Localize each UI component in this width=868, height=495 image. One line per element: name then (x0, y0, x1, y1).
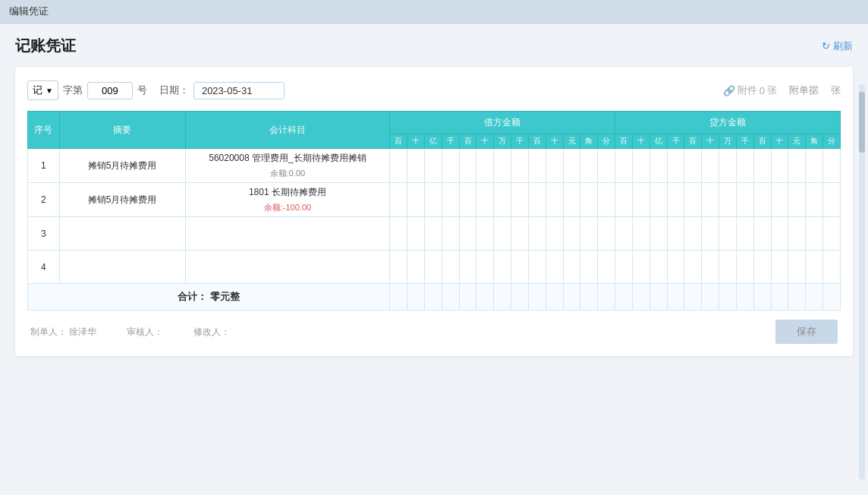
r3d8[interactable] (511, 217, 529, 251)
r4d12[interactable] (580, 251, 598, 284)
r1d2[interactable] (407, 149, 425, 183)
voucher-number-input[interactable] (87, 82, 133, 99)
r4c3[interactable] (649, 251, 667, 284)
r4d5[interactable] (459, 251, 476, 284)
r2c5[interactable] (684, 183, 702, 217)
r2d1[interactable] (390, 183, 407, 217)
row2-account[interactable]: 1801 长期待摊费用 余额:-100.00 (185, 183, 390, 217)
r2c13[interactable] (823, 183, 841, 217)
row1-account[interactable]: 56020008 管理费用_长期待摊费用摊销 余额:0.00 (185, 149, 390, 183)
r4d7[interactable] (494, 251, 511, 284)
r3d4[interactable] (442, 217, 459, 251)
r2d8[interactable] (511, 183, 529, 217)
r1c1[interactable] (615, 149, 633, 183)
r4c12[interactable] (806, 251, 823, 284)
r4c8[interactable] (736, 251, 753, 284)
r2d7[interactable] (494, 183, 511, 217)
r1c7[interactable] (719, 149, 737, 183)
voucher-type-select[interactable]: 记 ▼ (27, 80, 58, 100)
row3-summary[interactable] (59, 217, 185, 251)
r2c3[interactable] (649, 183, 667, 217)
r3c7[interactable] (719, 217, 737, 251)
r1d9[interactable] (528, 149, 546, 183)
r4c10[interactable] (771, 251, 788, 284)
r3d6[interactable] (476, 217, 494, 251)
date-input[interactable] (193, 82, 285, 99)
r4d13[interactable] (598, 251, 615, 284)
r3c11[interactable] (788, 217, 806, 251)
r2d2[interactable] (407, 183, 425, 217)
r2c4[interactable] (667, 183, 684, 217)
r4d6[interactable] (476, 251, 494, 284)
r1d3[interactable] (425, 149, 442, 183)
r1d13[interactable] (598, 149, 615, 183)
r3d1[interactable] (390, 217, 407, 251)
r4c1[interactable] (615, 251, 633, 284)
row2-summary[interactable]: 摊销5月待摊费用 (59, 183, 185, 217)
r4c2[interactable] (632, 251, 649, 284)
r1c2[interactable] (632, 149, 649, 183)
r3d10[interactable] (546, 217, 563, 251)
r1c13[interactable] (823, 149, 841, 183)
row4-account[interactable] (185, 251, 390, 284)
r4c6[interactable] (702, 251, 719, 284)
r2d3[interactable] (425, 183, 442, 217)
r3d12[interactable] (580, 217, 598, 251)
r3c6[interactable] (702, 217, 719, 251)
r4c4[interactable] (667, 251, 684, 284)
r2c11[interactable] (788, 183, 806, 217)
r1d6[interactable] (476, 149, 494, 183)
r4d11[interactable] (563, 251, 580, 284)
r3d7[interactable] (494, 217, 511, 251)
row3-account[interactable] (185, 217, 390, 251)
r2c7[interactable] (719, 183, 737, 217)
r2c2[interactable] (632, 183, 649, 217)
r2d4[interactable] (442, 183, 459, 217)
r3c3[interactable] (649, 217, 667, 251)
r3d2[interactable] (407, 217, 425, 251)
r3d13[interactable] (598, 217, 615, 251)
r2d9[interactable] (528, 183, 546, 217)
r2d5[interactable] (459, 183, 476, 217)
r3c1[interactable] (615, 217, 633, 251)
r3c8[interactable] (736, 217, 753, 251)
r2c10[interactable] (771, 183, 788, 217)
r2c1[interactable] (615, 183, 633, 217)
r1c3[interactable] (649, 149, 667, 183)
r4c5[interactable] (684, 251, 702, 284)
save-button[interactable]: 保存 (775, 320, 838, 344)
r1d1[interactable] (390, 149, 407, 183)
r1c9[interactable] (753, 149, 771, 183)
r2c6[interactable] (702, 183, 719, 217)
r1c10[interactable] (771, 149, 788, 183)
r1c8[interactable] (736, 149, 753, 183)
scrollbar-thumb[interactable] (859, 92, 865, 153)
r4c9[interactable] (753, 251, 771, 284)
r4d2[interactable] (407, 251, 425, 284)
r3c4[interactable] (667, 217, 684, 251)
r3c10[interactable] (771, 217, 788, 251)
r4c7[interactable] (719, 251, 737, 284)
r1d11[interactable] (563, 149, 580, 183)
r1c12[interactable] (806, 149, 823, 183)
fudanju-link[interactable]: 附单据 (789, 84, 819, 97)
r2c8[interactable] (736, 183, 753, 217)
r3d9[interactable] (528, 217, 546, 251)
r4c13[interactable] (823, 251, 841, 284)
r3c2[interactable] (632, 217, 649, 251)
r1c11[interactable] (788, 149, 806, 183)
r2c12[interactable] (806, 183, 823, 217)
r1c4[interactable] (667, 149, 684, 183)
r4d8[interactable] (511, 251, 529, 284)
r2d11[interactable] (563, 183, 580, 217)
r1d7[interactable] (494, 149, 511, 183)
row1-summary[interactable]: 摊销5月待摊费用 (59, 149, 185, 183)
attachment-link[interactable]: 🔗 附件 0 张 (723, 84, 777, 97)
r2d13[interactable] (598, 183, 615, 217)
r3c12[interactable] (806, 217, 823, 251)
refresh-button[interactable]: ↻ 刷新 (822, 39, 853, 53)
r1d10[interactable] (546, 149, 563, 183)
r1d8[interactable] (511, 149, 529, 183)
r3d11[interactable] (563, 217, 580, 251)
r4d1[interactable] (390, 251, 407, 284)
